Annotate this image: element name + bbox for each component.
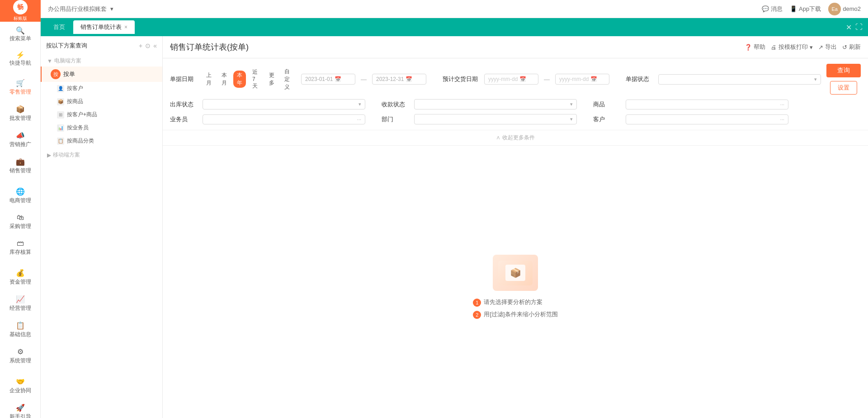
print-dropdown-arrow: ▾ [810,44,813,51]
sidebar-item-basic[interactable]: 📋 基础信息 [0,317,40,343]
app-logo: 畅 标账版 [0,0,41,22]
hint-num-1: 1 [473,299,481,307]
purchase-label: 采购管理 [9,223,31,230]
by-customer-goods-label: 按客户+商品 [67,111,97,119]
salesperson-select[interactable]: ··· [203,114,365,124]
workspace-selector[interactable]: 办公用品行业模拟账套 ▾ [48,5,113,13]
by-category-label: 按商品分类 [67,137,94,145]
sidebar-item-inventory[interactable]: 🗃 库存核算 [0,235,40,261]
app-download-button[interactable]: 📱 App下载 [790,5,821,13]
goods-more-icon: ··· [780,102,784,107]
purchase-icon: 🛍 [17,214,24,222]
tree-category-mobile[interactable]: ▶ 移动端方案 [41,147,162,161]
sidebar-item-purchase[interactable]: 🛍 采购管理 [0,209,40,235]
retail-icon: 🛒 [16,79,25,87]
sidebar-item-ecommerce[interactable]: 🌐 电商管理 [0,183,40,209]
tab-close-icon[interactable]: × [124,24,127,30]
sidebar-item-wholesale[interactable]: 📦 批发管理 [0,100,40,127]
plan-item-by-salesperson[interactable]: 📊 按业务员 [41,121,162,134]
shortcut-last-7-days[interactable]: 近7天 [249,67,263,91]
date-label: 单据日期 [170,75,197,83]
payment-status-select[interactable]: ▾ [414,99,577,109]
user-profile[interactable]: Ea demo2 [828,3,861,15]
add-plan-icon[interactable]: + [139,42,142,49]
empty-illustration: 📦 [484,241,547,291]
delivery-status-select[interactable]: ▾ [203,99,365,109]
forecast-date-separator: — [544,76,550,83]
by-salesperson-label: 按业务员 [67,124,89,132]
tab-bar: 首页 销售订单统计表 × ✕ ⛶ [41,18,868,36]
basic-label: 基础信息 [9,331,31,338]
message-label: 消息 [771,5,783,13]
shortcut-this-year[interactable]: 本年 [233,71,246,88]
template-print-button[interactable]: 🖨 按模板打印 ▾ [771,43,813,51]
operations-icon: 📈 [16,295,25,304]
export-icon: ↗ [818,44,823,51]
status-select[interactable]: ▾ [658,74,821,85]
sidebar-item-quicknav[interactable]: ⚡ 快捷导航 [0,47,40,71]
refresh-button[interactable]: ↺ 刷新 [842,43,861,51]
system-icon: ⚙ [17,347,24,356]
inventory-label: 库存核算 [9,248,31,256]
date-from-input[interactable]: 2023-01-01 📅 [301,74,355,85]
sidebar-item-finance[interactable]: 💰 资金管理 [0,264,40,290]
tab-active-label: 销售订单统计表 [80,23,122,31]
hint-text-1: 请先选择要分析的方案 [484,298,542,306]
left-panel-title: 按以下方案查询 [46,42,87,50]
calendar-icon-to: 📅 [406,76,412,82]
collapse-filter-row[interactable]: ∧ 收起更多条件 [163,130,868,146]
plan-item-by-customer-goods[interactable]: ⊞ 按客户+商品 [41,108,162,121]
left-panel-header: 按以下方案查询 + ⊙ « [41,42,162,53]
page-container: 按以下方案查询 + ⊙ « ▼ 电脑端方案 按 按单 👤 按客户 [41,36,868,418]
empty-state: 📦 1 请先选择要分析的方案 2 用[过滤]条件来缩小分析范围 [163,146,868,418]
shortcut-last-month[interactable]: 上月 [203,71,215,88]
department-select[interactable]: ▾ [414,114,577,124]
tab-close-window-icon[interactable]: ✕ [846,23,852,32]
export-button[interactable]: ↗ 导出 [818,43,837,51]
sidebar-item-sales[interactable]: 💼 销售管理 [0,153,40,179]
goods-select[interactable]: ··· [626,100,788,109]
help-button[interactable]: ❓ 帮助 [745,43,765,51]
search-btn-group: 查询 设置 [826,64,861,95]
sidebar-item-search[interactable]: 🔍 搜索菜单 [0,22,40,47]
help-icon: ❓ [745,44,752,51]
tree-category-desktop[interactable]: ▼ 电脑端方案 [41,53,162,66]
customer-select[interactable]: ··· [626,114,788,124]
avatar: Ea [828,3,841,15]
operations-label: 经营管理 [9,304,31,312]
marketing-label: 营销推广 [9,141,31,148]
workspace-dropdown-arrow: ▾ [110,5,113,12]
shortcut-this-month[interactable]: 本月 [218,71,231,88]
shortcut-custom[interactable]: 自定义 [281,67,296,92]
plan-item-by-goods[interactable]: 📦 按商品 [41,95,162,108]
refresh-label: 刷新 [849,43,861,51]
forecast-date-from-input[interactable]: yyyy-mm-dd 📅 [484,74,538,85]
forecast-date-to-input[interactable]: yyyy-mm-dd 📅 [555,74,609,85]
plan-item-by-order[interactable]: 按 按单 [41,66,162,82]
sidebar-item-retail[interactable]: 🛒 零售管理 [0,74,40,100]
sidebar-item-enterprise[interactable]: 🤝 企业协同 [0,373,40,399]
payment-status-arrow: ▾ [570,101,573,107]
sidebar-item-system[interactable]: ⚙ 系统管理 [0,343,40,369]
message-button[interactable]: 💬 消息 [762,5,783,13]
settings-plan-icon[interactable]: ⊙ [145,42,151,49]
tab-sales-order-stats[interactable]: 销售订单统计表 × [73,20,135,34]
by-salesperson-icon: 📊 [57,124,64,132]
tab-home[interactable]: 首页 [46,20,72,34]
collapse-panel-icon[interactable]: « [153,42,157,49]
sidebar-item-operations[interactable]: 📈 经营管理 [0,290,40,317]
plan-item-by-customer[interactable]: 👤 按客户 [41,82,162,95]
export-label: 导出 [825,43,837,51]
calendar-icon-forecast-to: 📅 [590,76,597,82]
ecommerce-icon: 🌐 [16,187,25,196]
date-to-input[interactable]: 2023-12-31 📅 [372,74,426,85]
tab-maximize-icon[interactable]: ⛶ [855,23,863,31]
plan-item-by-category[interactable]: 📋 按商品分类 [41,134,162,147]
settings-button[interactable]: 设置 [830,81,857,95]
help-label: 帮助 [754,43,765,51]
sidebar-item-onboarding[interactable]: 🚀 新手引导 [0,399,40,418]
sidebar-item-marketing[interactable]: 📣 营销推广 [0,127,40,153]
search-button[interactable]: 查询 [826,64,861,77]
hint-item-2: 2 用[过滤]条件来缩小分析范围 [473,310,557,319]
shortcut-more[interactable]: 更多 [265,71,278,88]
